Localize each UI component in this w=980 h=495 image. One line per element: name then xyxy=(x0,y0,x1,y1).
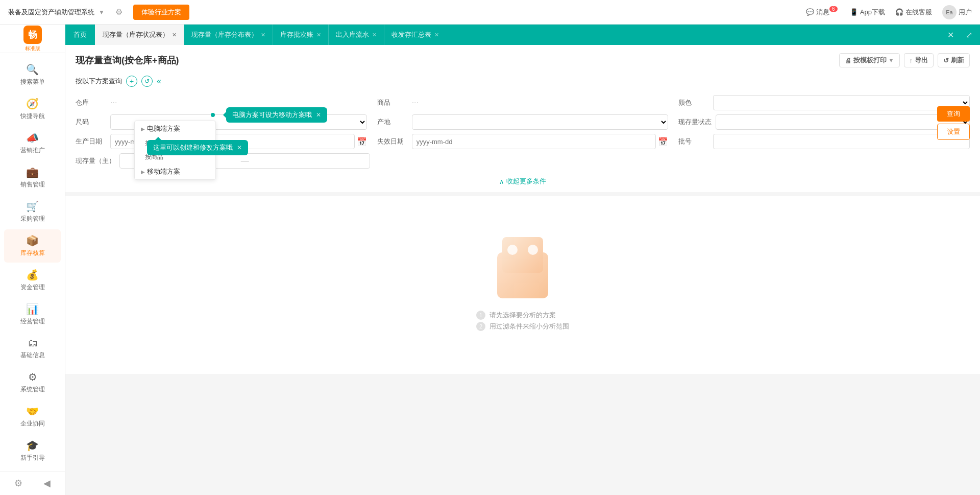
product-dots: ··· xyxy=(412,98,419,107)
sidebar-basic-label: 基础信息 xyxy=(20,351,45,360)
sidebar-item-purchase[interactable]: 🛒 采购管理 xyxy=(4,195,61,228)
sidebar-item-inventory[interactable]: 📦 库存核算 xyxy=(4,229,61,263)
search-menu-icon: 🔍 xyxy=(26,63,39,76)
stock-status-select[interactable] xyxy=(716,114,970,130)
empty-steps: 1 请先选择要分析的方案 2 用过滤条件来缩小分析范围 xyxy=(476,311,569,333)
phone-icon: 📱 xyxy=(850,8,858,16)
export-btn[interactable]: ↑ 导出 xyxy=(904,53,934,67)
close-all-tabs-btn[interactable]: ✕ xyxy=(943,28,958,42)
user-action[interactable]: Ea 用户 xyxy=(942,5,972,19)
content-area: 首页 现存量（库存状况表） ✕ 现存量（库存分布表） ✕ 库存批次账 ✕ 出入库… xyxy=(65,25,980,495)
warehouse-dots: ··· xyxy=(110,98,117,107)
filter-add-btn[interactable]: + xyxy=(126,76,137,87)
sidebar-item-nav[interactable]: 🧭 快捷导航 xyxy=(4,92,61,126)
tab-inventory-dist[interactable]: 现存量（库存分布表） ✕ xyxy=(184,25,273,45)
production-date-calendar-icon[interactable]: 📅 xyxy=(357,137,367,147)
industry-btn[interactable]: 体验行业方案 xyxy=(133,5,189,20)
app-download-action[interactable]: 📱 App下载 xyxy=(850,8,885,17)
empty-step-1: 1 请先选择要分析的方案 xyxy=(476,311,569,320)
sidebar-item-guide[interactable]: 🎓 新手引导 xyxy=(4,434,61,467)
sidebar-item-system[interactable]: ⚙ 系统管理 xyxy=(4,366,61,399)
tab-close-inventory-status[interactable]: ✕ xyxy=(172,32,177,38)
tab-close-batch-account[interactable]: ✕ xyxy=(316,32,321,38)
origin-label: 产地 xyxy=(377,117,408,127)
finance-icon: 💰 xyxy=(26,269,39,281)
filter-label: 按以下方案查询 xyxy=(76,77,122,86)
batch-no-input[interactable] xyxy=(713,134,970,149)
tab-close-inout-flow[interactable]: ✕ xyxy=(372,32,377,38)
sidebar-item-basic[interactable]: 🗂 基础信息 xyxy=(4,332,61,365)
system-icon: ⚙ xyxy=(28,371,37,383)
mobile-scheme-group[interactable]: ▶ 移动端方案 xyxy=(135,164,215,179)
batch-no-field-row: 批号 xyxy=(678,134,970,149)
sidebar-item-operations[interactable]: 📊 经营管理 xyxy=(4,298,61,331)
maximize-btn[interactable]: ⤢ xyxy=(962,28,976,42)
chevron-down-icon: ▼ xyxy=(889,57,894,63)
empty-step-2: 2 用过滤条件来缩小分析范围 xyxy=(476,322,569,331)
sidebar-item-search[interactable]: 🔍 搜索菜单 xyxy=(4,58,61,91)
page-title: 现存量查询(按仓库+商品) xyxy=(76,54,179,66)
tab-batch-account[interactable]: 库存批次账 ✕ xyxy=(273,25,328,45)
sidebar-item-enterprise[interactable]: 🤝 企业协同 xyxy=(4,400,61,433)
filter-label-row: 按以下方案查询 + ↺ « xyxy=(76,76,970,87)
filter-arrow-btn[interactable]: « xyxy=(157,77,161,86)
empty-eye-left xyxy=(507,245,518,255)
tab-inventory-status[interactable]: 现存量（库存状况表） ✕ xyxy=(95,25,184,45)
inventory-icon: 📦 xyxy=(26,234,39,247)
page-content: 现存量查询(按仓库+商品) 🖨 按模板打印 ▼ ↑ 导出 ↺ xyxy=(65,45,980,495)
sidebar-item-finance[interactable]: 💰 资金管理 xyxy=(4,264,61,297)
stock-qty-max-input[interactable] xyxy=(251,154,370,168)
app-download-label: App下载 xyxy=(860,8,885,17)
tooltip-2-close[interactable]: ✕ xyxy=(237,144,242,151)
desktop-scheme-group[interactable]: ▶ 电脑端方案 xyxy=(135,121,215,136)
notification-action[interactable]: 💬 消息 6 xyxy=(806,8,840,17)
sidebar-bottom: ⚙ ◀ xyxy=(0,471,65,495)
warehouse-label: 仓库 xyxy=(76,98,106,107)
notification-icon: 💬 xyxy=(806,8,814,16)
refresh-btn[interactable]: ↺ 刷新 xyxy=(938,53,970,67)
expand-icon: ▶ xyxy=(141,126,145,132)
scheme-tooltip-2: 这里可以创建和修改方案哦 ✕ xyxy=(147,140,248,155)
size-label: 尺码 xyxy=(76,117,106,127)
search-btn[interactable]: 查询 xyxy=(937,106,970,122)
navigation-icon: 🧭 xyxy=(26,98,39,110)
sidebar-nav-label: 快捷导航 xyxy=(20,112,45,121)
sidebar-item-sales[interactable]: 💼 销售管理 xyxy=(4,161,61,194)
online-service-action[interactable]: 🎧 在线客服 xyxy=(895,8,932,17)
sidebar-collapse-btn[interactable]: ◀ xyxy=(43,478,51,489)
step-num-1: 1 xyxy=(476,311,485,320)
tooltip-1-close[interactable]: ✕ xyxy=(316,111,321,119)
tab-close-summary[interactable]: ✕ xyxy=(434,32,439,38)
avatar: Ea xyxy=(942,5,957,19)
service-icon: 🎧 xyxy=(895,8,903,16)
app-selector[interactable]: 装备及固定资产辅助管理系统 ▼ xyxy=(8,8,105,17)
origin-select[interactable] xyxy=(412,114,669,130)
sidebar-nav: 🔍 搜索菜单 🧭 快捷导航 📣 营销推广 💼 销售管理 🛒 采购管理 📦 xyxy=(0,53,65,471)
system-name: 装备及固定资产辅助管理系统 xyxy=(8,8,94,17)
expiry-date-calendar-icon[interactable]: 📅 xyxy=(658,137,668,147)
header-right: 💬 消息 6 📱 App下载 🎧 在线客服 Ea 用户 xyxy=(806,5,972,19)
set-btn[interactable]: 设置 xyxy=(937,124,970,140)
template-print-btn[interactable]: 🖨 按模板打印 ▼ xyxy=(839,53,900,67)
stock-qty-label: 现存量（主） xyxy=(76,156,115,166)
header-left: 装备及固定资产辅助管理系统 ▼ ⚙ 体验行业方案 xyxy=(8,4,189,20)
logo-icon: 畅 xyxy=(23,26,42,44)
user-label: 用户 xyxy=(959,8,972,17)
sidebar-item-marketing[interactable]: 📣 营销推广 xyxy=(4,127,61,160)
tab-inout-flow[interactable]: 出入库流水 ✕ xyxy=(328,25,384,45)
enterprise-icon: 🤝 xyxy=(26,405,39,417)
sidebar-guide-label: 新手引导 xyxy=(20,454,45,462)
sidebar-search-label: 搜索菜单 xyxy=(20,78,45,86)
settings-icon[interactable]: ⚙ xyxy=(111,4,127,20)
expiry-date-input[interactable] xyxy=(412,134,656,149)
marketing-icon: 📣 xyxy=(26,132,39,144)
notification-badge: 6 xyxy=(829,6,838,12)
color-select[interactable] xyxy=(713,95,970,110)
filter-refresh-btn[interactable]: ↺ xyxy=(141,76,153,87)
empty-state: 1 请先选择要分析的方案 2 用过滤条件来缩小分析范围 xyxy=(65,196,980,374)
tab-home[interactable]: 首页 xyxy=(65,25,95,45)
tab-close-inventory-dist[interactable]: ✕ xyxy=(261,32,265,38)
sidebar-settings-btn[interactable]: ⚙ xyxy=(14,478,22,489)
tab-summary[interactable]: 收发存汇总表 ✕ xyxy=(384,25,446,45)
range-separator: — xyxy=(239,156,251,166)
